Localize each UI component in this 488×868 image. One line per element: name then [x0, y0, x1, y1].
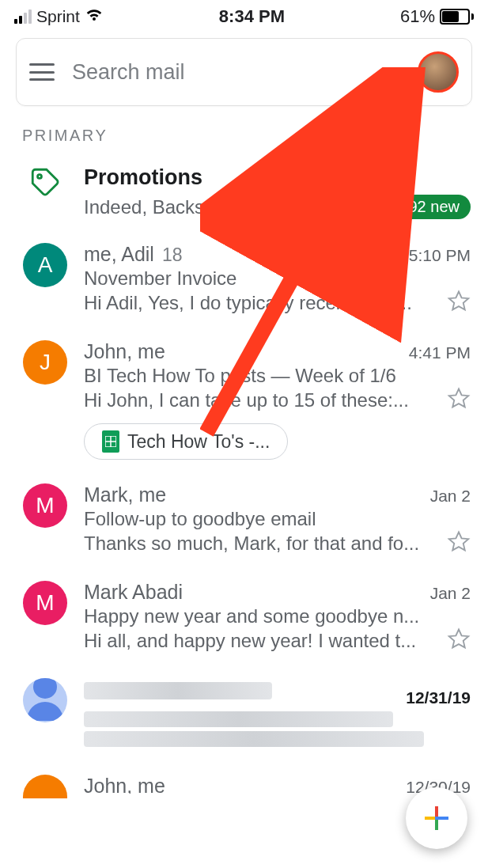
- email-snippet: Hi all, and happy new year! I wanted t..…: [84, 630, 439, 652]
- svg-rect-4: [435, 806, 438, 817]
- star-icon[interactable]: [447, 290, 471, 316]
- email-snippet: Hi John, I can take up to 15 of these:..…: [84, 389, 439, 411]
- avatar-letter: M: [23, 581, 67, 625]
- thread-count: 18: [162, 244, 183, 266]
- star-icon[interactable]: [447, 387, 471, 414]
- email-time: 5:10 PM: [409, 246, 471, 265]
- clock: 8:34 PM: [219, 6, 285, 27]
- email-sender: John, me: [84, 340, 165, 363]
- status-bar: Sprint 8:34 PM 61%: [0, 0, 488, 27]
- email-time: 12/31/19: [406, 688, 471, 707]
- email-sender: Mark Abadi: [84, 581, 183, 604]
- compose-button[interactable]: [406, 787, 467, 849]
- email-time: Jan 2: [430, 584, 471, 603]
- svg-rect-6: [425, 817, 435, 820]
- email-subject: November Invoice: [84, 267, 471, 290]
- email-sender: John, me: [84, 775, 165, 794]
- email-row-partial[interactable]: John, me 12/30/19: [0, 762, 488, 798]
- status-left: Sprint: [14, 6, 104, 27]
- menu-icon[interactable]: [29, 63, 55, 81]
- promotions-senders: Indeed, Backstage Team, Canva: [84, 196, 390, 218]
- email-time: 4:41 PM: [409, 343, 471, 362]
- avatar-letter: [23, 775, 67, 798]
- wifi-icon: [85, 6, 104, 27]
- avatar-letter: J: [23, 340, 67, 385]
- tag-icon: [28, 165, 62, 219]
- status-right: 61%: [400, 6, 474, 27]
- email-snippet: Hi Adil, Yes, I do typically receive che…: [84, 292, 439, 314]
- email-subject: BI Tech How To posts — Week of 1/6: [84, 365, 471, 387]
- avatar-generic: [23, 678, 67, 722]
- search-input[interactable]: Search mail: [72, 60, 418, 85]
- carrier-label: Sprint: [36, 7, 80, 26]
- section-label-primary: PRIMARY: [22, 127, 466, 145]
- star-icon[interactable]: [447, 530, 471, 557]
- sheets-icon: [102, 430, 119, 453]
- star-icon[interactable]: [447, 627, 471, 654]
- search-bar[interactable]: Search mail: [16, 38, 472, 106]
- email-subject: Follow-up to goodbye email: [84, 508, 471, 530]
- svg-rect-8: [435, 817, 438, 820]
- svg-rect-7: [438, 817, 448, 820]
- battery-icon: [440, 9, 474, 25]
- email-time: Jan 2: [430, 487, 471, 506]
- account-avatar[interactable]: [418, 51, 459, 93]
- battery-percent: 61%: [400, 6, 435, 27]
- avatar-letter: A: [23, 243, 67, 287]
- email-row[interactable]: A me, Adil 18 5:10 PM November Invoice H…: [0, 230, 488, 328]
- signal-icon: [14, 9, 32, 24]
- email-subject: Happy new year and some goodbye n...: [84, 605, 471, 627]
- email-sender: me, Adil: [84, 243, 154, 266]
- sender-blurred: [84, 678, 398, 703]
- email-sender: Mark, me: [84, 483, 166, 506]
- email-row[interactable]: J John, me 4:41 PM BI Tech How To posts …: [0, 328, 488, 471]
- chip-label: Tech How To's -...: [127, 431, 270, 453]
- email-row[interactable]: M Mark Abadi Jan 2 Happy new year and so…: [0, 568, 488, 665]
- svg-point-0: [38, 175, 42, 179]
- promotions-row[interactable]: Promotions Indeed, Backstage Team, Canva…: [0, 153, 488, 230]
- promotions-title: Promotions: [84, 165, 202, 190]
- attachment-chip[interactable]: Tech How To's -...: [84, 423, 288, 460]
- email-row[interactable]: M Mark, me Jan 2 Follow-up to goodbye em…: [0, 471, 488, 568]
- email-snippet: Thanks so much, Mark, for that and fo...: [84, 533, 439, 555]
- svg-rect-5: [435, 820, 438, 830]
- promotions-badge: 92 new: [398, 195, 471, 219]
- plus-icon: [422, 804, 451, 832]
- email-row-blurred[interactable]: 12/31/19: [0, 665, 488, 762]
- avatar-letter: M: [23, 483, 67, 528]
